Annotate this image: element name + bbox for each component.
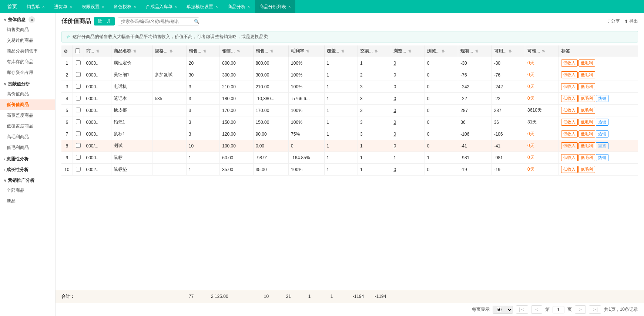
close-stock-icon[interactable]: × [175,4,177,9]
row-browse1: 0 [391,105,425,116]
page-size-select[interactable]: 50 100 200 [493,306,513,314]
row-tags: 低收入低毛利热销 [559,116,638,128]
col-spec[interactable]: 规格... ⇅ [152,45,186,57]
nav-purchase-order[interactable]: 进货单 × [50,0,76,13]
row-checkbox[interactable] [76,108,81,112]
col-current-stock[interactable]: 现有... ⇅ [458,45,492,57]
col-code[interactable]: 商... ⇅ [84,45,111,57]
close-role-icon[interactable]: × [134,4,136,9]
sidebar-group-overall[interactable]: ∨ 整体信息 « [0,13,55,24]
collapse-overall-btn[interactable]: « [28,16,35,23]
close-sales-order-icon[interactable]: × [42,4,44,9]
sidebar-group-growth[interactable]: › 成长性分析 [0,164,55,174]
nav-role-auth[interactable]: 角色授权 × [109,0,140,13]
col-checkbox[interactable] [73,45,84,57]
footer-transaction: 21 [283,292,305,300]
prev-page-btn[interactable]: ＜ [531,305,542,314]
col-browse1[interactable]: 浏览... ⇅ [391,45,425,57]
row-spec [152,140,186,152]
col-sales-amount[interactable]: 销售... ⇅ [253,45,288,57]
close-analysis-list-icon[interactable]: × [288,4,291,9]
close-analysis-icon[interactable]: × [248,4,250,9]
col-tags[interactable]: 标签 [559,45,638,57]
sidebar-group-contribution[interactable]: ∨ 贡献值分析 [0,78,55,89]
row-checkbox[interactable] [76,119,81,124]
sidebar-group-liquidity[interactable]: › 流通性分析 [0,153,55,164]
row-checkbox[interactable] [76,131,81,136]
share-btn[interactable]: ⤴ 分享 [608,18,620,24]
sidebar-group-marketing[interactable]: ∨ 营销推广分析 [0,174,55,185]
sidebar-item-low-value[interactable]: 低价值商品 [0,99,55,110]
sidebar-item-high-coverage[interactable]: 高覆盖度商品 [0,110,55,121]
col-browse2[interactable]: 浏览... ⇅ [425,45,458,57]
nav-sales-order[interactable]: 销货单 × [22,0,49,13]
browse-link[interactable]: 1 [393,155,396,160]
sidebar-item-all-goods[interactable]: 全部商品 [0,185,55,196]
col-gross-margin[interactable]: 毛利率 ⇅ [289,45,324,57]
sidebar-item-low-coverage[interactable]: 低覆盖度商品 [0,121,55,132]
row-spec [152,57,186,69]
row-browse1: 0 [391,128,425,140]
col-sales-qty[interactable]: 销售... ⇅ [186,45,219,57]
nav-template[interactable]: 单据模板设置 × [182,0,222,13]
row-checkbox-cell [73,140,84,152]
close-template-icon[interactable]: × [215,4,218,9]
close-purchase-icon[interactable]: × [70,4,72,9]
row-checkbox[interactable] [76,60,81,65]
row-sellable: 0天 [525,128,559,140]
row-checkbox[interactable] [76,84,81,89]
browse-link[interactable]: 0 [393,61,396,66]
sidebar-item-capital[interactable]: 库存资金占用 [0,67,55,78]
footer-browse2: 1 [328,292,350,300]
browse-link[interactable]: 0 [393,120,396,125]
row-checkbox[interactable] [76,143,81,148]
sidebar-item-stock-goods[interactable]: 有库存的商品 [0,57,55,67]
nav-product-analysis[interactable]: 商品分析 × [223,0,254,13]
sidebar-item-high-margin[interactable]: 高毛利商品 [0,132,55,142]
sidebar-item-high-value[interactable]: 高价值商品 [0,89,55,99]
browse-link[interactable]: 0 [393,84,396,89]
sidebar-item-traded-goods[interactable]: 交易过的商品 [0,35,55,46]
export-btn[interactable]: ⬆ 导出 [624,18,638,24]
col-settings[interactable]: ⚙ [61,45,73,57]
browse-link[interactable]: 0 [393,143,396,149]
export-icon: ⬆ [624,19,628,24]
col-sales-price[interactable]: 销售... ⇅ [220,45,253,57]
page-label: 第 [545,306,550,313]
select-all-checkbox[interactable] [75,48,80,53]
col-coverage[interactable]: 覆盖... ⇅ [324,45,358,57]
next-page-btn[interactable]: ＞ [575,305,586,314]
first-page-btn[interactable]: |＜ [516,305,528,314]
last-page-btn[interactable]: ＞| [589,305,601,314]
sidebar-item-new-goods[interactable]: 新品 [0,196,55,207]
sidebar-item-low-margin[interactable]: 低毛利商品 [0,142,55,153]
pagination-bar: 每页显示 50 100 200 |＜ ＜ 第 页 ＞ ＞| 共1页，10条记录 [56,303,644,316]
row-code: 0002... [84,164,111,176]
browse-link[interactable]: 0 [393,96,396,101]
row-checkbox[interactable] [76,96,81,101]
nav-permissions[interactable]: 权限设置 × [77,0,108,13]
search-icon[interactable]: 🔍 [194,19,199,24]
col-sellable[interactable]: 可销... ⇅ [525,45,559,57]
col-transaction[interactable]: 交易... ⇅ [358,45,391,57]
browse-link[interactable]: 0 [393,72,396,78]
sidebar-item-sales-goods[interactable]: 销售类商品 [0,24,55,35]
nav-home[interactable]: 首页 [3,0,21,13]
nav-analysis-list[interactable]: 商品分析列表 × [255,0,295,13]
col-name[interactable]: 商品名称 ⇅ [111,45,152,57]
row-sellable: 0天 [525,69,559,81]
row-current-stock: 36 [458,116,492,128]
filter-recent-month-btn[interactable]: 近一月 [94,17,115,26]
browse-link[interactable]: 0 [393,132,396,137]
page-number-input[interactable] [553,306,564,313]
browse-link[interactable]: 0 [393,167,396,172]
row-checkbox[interactable] [76,72,81,77]
row-checkbox[interactable] [76,167,81,171]
nav-product-stock[interactable]: 产成品入库单 × [141,0,181,13]
col-available-stock[interactable]: 可用... ⇅ [492,45,525,57]
search-input[interactable] [118,17,199,26]
browse-link[interactable]: 0 [393,108,396,113]
close-permissions-icon[interactable]: × [102,4,104,9]
sidebar-item-category-rate[interactable]: 商品分类销售率 [0,46,55,57]
row-checkbox[interactable] [76,155,81,160]
